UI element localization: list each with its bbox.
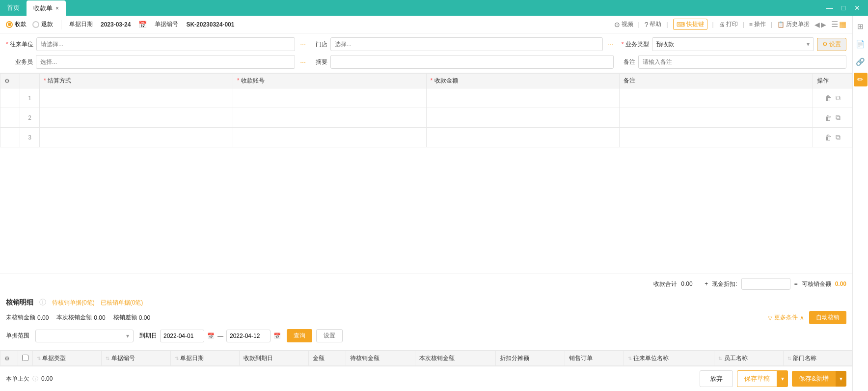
abandon-button[interactable]: 放弃 bbox=[700, 370, 733, 387]
bt-current-th: 本次核销金额 bbox=[415, 351, 496, 366]
table-row: 1 🗑 ⧉ bbox=[0, 88, 852, 108]
toolbar: 收款 退款 单据日期 2023-03-24 📅 单据编号 SK-20230324… bbox=[0, 16, 852, 33]
row1-account-input[interactable] bbox=[233, 88, 426, 108]
row1-delete-icon[interactable]: 🗑 bbox=[825, 94, 832, 102]
settings-filter-btn[interactable]: 设置 bbox=[316, 329, 343, 342]
row1-settle-input[interactable] bbox=[40, 88, 233, 108]
nav-arrows: ◀ ▶ bbox=[814, 21, 826, 28]
main-container: ⊞ 📄 🔗 ✏ 收款 退款 单据日期 2023-03-24 📅 bbox=[0, 16, 868, 391]
sidebar-doc-icon[interactable]: 📄 bbox=[854, 37, 868, 51]
verification-info-icon[interactable]: ⓘ bbox=[39, 298, 46, 307]
save-draft-button[interactable]: 保存草稿 bbox=[737, 370, 777, 387]
sidebar-edit-icon[interactable]: ✏ bbox=[854, 73, 868, 86]
tab-receipt[interactable]: 收款单 × bbox=[27, 0, 66, 16]
video-btn[interactable]: ⊙ 视频 bbox=[614, 20, 633, 28]
store-input[interactable] bbox=[330, 37, 603, 51]
salesperson-more-icon[interactable]: ··· bbox=[300, 58, 306, 66]
row3-delete-icon[interactable]: 🗑 bbox=[825, 134, 832, 141]
row3-remark-input[interactable] bbox=[620, 128, 813, 147]
row2-amount-input[interactable] bbox=[427, 108, 620, 127]
maximize-button[interactable]: □ bbox=[839, 4, 848, 12]
row1-copy-icon[interactable]: ⧉ bbox=[836, 94, 841, 102]
row1-actions: 🗑 ⧉ bbox=[813, 94, 852, 102]
from-date-input[interactable] bbox=[160, 330, 204, 342]
help-btn[interactable]: ? 帮助 bbox=[645, 20, 662, 28]
minimize-button[interactable]: — bbox=[825, 4, 835, 12]
tab-close-icon[interactable]: × bbox=[55, 5, 59, 12]
row3-amount-input[interactable] bbox=[427, 128, 620, 147]
history-btn[interactable]: 📋 历史单据 bbox=[777, 20, 810, 28]
close-button[interactable]: ✕ bbox=[852, 4, 862, 12]
verify-diff-value: 0.00 bbox=[139, 314, 150, 321]
view-toggle: ☰ ▦ bbox=[831, 20, 846, 29]
date-calendar-to-icon[interactable]: 📅 bbox=[273, 333, 281, 339]
summary-field: 摘要 bbox=[314, 55, 614, 69]
doc-no-label: 单据编号 bbox=[155, 20, 178, 28]
print-btn[interactable]: 🖨 打印 bbox=[719, 20, 738, 28]
bt-discount-th: 折扣分摊额 bbox=[495, 351, 565, 366]
business-type-select[interactable]: 预收款 ▾ bbox=[652, 37, 814, 51]
discount-input[interactable] bbox=[741, 278, 790, 290]
nav-prev-icon[interactable]: ◀ bbox=[814, 21, 820, 28]
row2-copy-icon[interactable]: ⧉ bbox=[836, 113, 841, 122]
footer: 本单上欠 ⓘ 0.00 放弃 保存草稿 ▾ 保存&新增 ▾ bbox=[0, 366, 852, 391]
current-verify-stat: 本次核销金额 0.00 bbox=[56, 313, 105, 322]
summary-input[interactable] bbox=[330, 55, 614, 69]
row2-settle-input[interactable] bbox=[40, 108, 233, 127]
sidebar-link-icon[interactable]: 🔗 bbox=[854, 55, 868, 69]
row3-copy-icon[interactable]: ⧉ bbox=[836, 133, 841, 141]
save-new-button[interactable]: 保存&新增 bbox=[792, 371, 836, 387]
row3-account-input[interactable] bbox=[233, 128, 426, 147]
save-new-arrow-button[interactable]: ▾ bbox=[836, 371, 846, 387]
counterpart-more-icon[interactable]: ··· bbox=[300, 40, 306, 48]
salesperson-input[interactable] bbox=[36, 55, 295, 69]
store-more-icon[interactable]: ··· bbox=[608, 40, 614, 48]
to-date-input[interactable] bbox=[226, 330, 271, 342]
chevron-down-icon: ▾ bbox=[807, 41, 810, 48]
table-gear-icon[interactable]: ⚙ bbox=[4, 78, 10, 84]
table-remark-th: 备注 bbox=[620, 74, 813, 88]
pending-tab[interactable]: 待核销单据(0笔) bbox=[52, 299, 95, 307]
settings-button[interactable]: ⚙ 设置 bbox=[817, 38, 846, 51]
row1-remark-input[interactable] bbox=[620, 88, 813, 108]
radio-receipt[interactable]: 收款 bbox=[6, 20, 27, 28]
tab-bar: 首页 收款单 × — □ ✕ bbox=[0, 0, 868, 16]
unverified-value: 0.00 bbox=[37, 314, 49, 321]
query-button[interactable]: 查询 bbox=[287, 329, 312, 342]
list-view-icon[interactable]: ☰ bbox=[831, 20, 838, 29]
counterpart-label: 往来单位 bbox=[6, 40, 33, 49]
row2-remark-input[interactable] bbox=[620, 108, 813, 127]
date-calendar-from-icon[interactable]: 📅 bbox=[207, 333, 215, 339]
range-select[interactable]: ▾ bbox=[35, 330, 134, 342]
row1-amount-input[interactable] bbox=[427, 88, 620, 108]
row2-delete-icon[interactable]: 🗑 bbox=[825, 114, 832, 122]
row2-account-input[interactable] bbox=[233, 108, 426, 127]
grid-view-icon[interactable]: ▦ bbox=[839, 20, 846, 29]
operation-btn[interactable]: ≡ 操作 bbox=[749, 20, 766, 28]
footer-info-icon[interactable]: ⓘ bbox=[32, 375, 38, 383]
radio-refund-circle bbox=[32, 21, 39, 28]
range-chevron-icon: ▾ bbox=[126, 333, 129, 339]
more-conditions-btn[interactable]: ▽ 更多条件 ∧ bbox=[768, 313, 804, 322]
radio-refund[interactable]: 退款 bbox=[32, 20, 53, 28]
net-value: 0.00 bbox=[835, 280, 846, 287]
summary-label: 摘要 bbox=[314, 58, 327, 66]
date-calendar-icon[interactable]: 📅 bbox=[138, 21, 147, 28]
bt-gear-icon[interactable]: ⚙ bbox=[4, 355, 10, 362]
main-content: 收款 退款 单据日期 2023-03-24 📅 单据编号 SK-20230324… bbox=[0, 16, 852, 391]
save-draft-arrow-button[interactable]: ▾ bbox=[777, 370, 788, 387]
bt-pending-th: 待核销金额 bbox=[346, 351, 415, 366]
footer-amount-label: 本单上欠 bbox=[6, 375, 29, 383]
done-tab[interactable]: 已核销单据(0笔) bbox=[101, 299, 143, 307]
nav-next-icon[interactable]: ▶ bbox=[821, 21, 826, 28]
table-row: 3 🗑 ⧉ bbox=[0, 128, 852, 147]
sidebar-table-icon[interactable]: ⊞ bbox=[854, 20, 868, 33]
table-amount-th: * 收款金额 bbox=[426, 74, 620, 88]
row3-settle-input[interactable] bbox=[40, 128, 233, 147]
select-all-checkbox[interactable] bbox=[22, 355, 28, 361]
tab-home[interactable]: 首页 bbox=[0, 0, 27, 16]
auto-verify-btn[interactable]: 自动核销 bbox=[809, 311, 846, 324]
counterpart-input[interactable] bbox=[36, 37, 295, 51]
shortcut-btn[interactable]: ⌨ 快捷键 bbox=[673, 19, 707, 30]
remarks-input[interactable] bbox=[638, 55, 846, 69]
